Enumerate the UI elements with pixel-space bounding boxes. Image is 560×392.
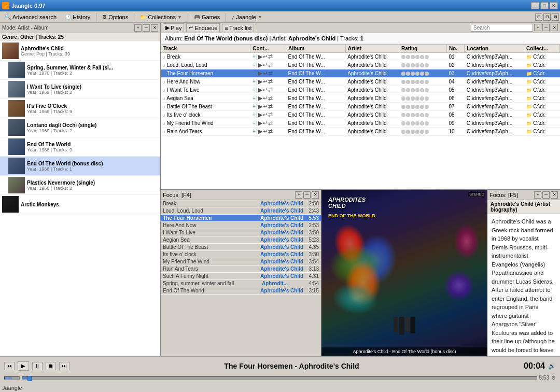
- list-item[interactable]: I Want To Live (single) Year: 1969 | Tra…: [0, 80, 160, 99]
- track-search[interactable]: [471, 24, 533, 32]
- list-item[interactable]: Rain And Tears Aphrodite's Child 3:13: [161, 265, 321, 273]
- enqueue-button[interactable]: ↵ Enqueue: [186, 23, 220, 32]
- track-panel-min[interactable]: ─: [542, 24, 550, 31]
- pause-button[interactable]: ⏸: [32, 362, 43, 370]
- list-item[interactable]: Arctic Monkeys: [0, 195, 160, 214]
- track-location: C:\drivef\mp3\Aph...: [465, 53, 524, 61]
- track-panel-close[interactable]: ✕: [551, 24, 558, 31]
- player-bar: ⏮ ▶ ⏸ ⏹ ⏭ The Four Horsemen - Aphrodite'…: [0, 356, 560, 383]
- menu-collections[interactable]: 📁 Collections ▼: [136, 12, 186, 22]
- list-item[interactable]: I Want To Live Aphrodite's Child 3:50: [161, 229, 321, 236]
- menu-jaangle[interactable]: ♪ Jaangle ▼: [228, 12, 265, 22]
- track-artist: Aphrodite's Child: [345, 111, 399, 119]
- track-panel-add[interactable]: +: [534, 24, 541, 31]
- table-row[interactable]: ♪ My Friend The Wind + | ▶ ↵ ⇄ End Of Th…: [161, 119, 560, 128]
- album-art-caption: Aphrodite's Child - End Of The World (bo…: [321, 347, 487, 356]
- track-album: End Of The W...: [286, 86, 346, 94]
- menu-history[interactable]: 🕐 History: [61, 12, 94, 22]
- volume-slider[interactable]: [4, 376, 20, 380]
- bio-panel-min[interactable]: ─: [542, 191, 550, 199]
- focus-track-name: End Of The World: [163, 288, 260, 293]
- list-item[interactable]: Here And Now Aphrodite's Child 2:53: [161, 222, 321, 229]
- next-button[interactable]: ⏭: [59, 362, 69, 370]
- list-item[interactable]: End Of The World Aphrodite's Child 3:15: [161, 287, 321, 295]
- list-item[interactable]: Aphrodite's Child Genre: Pop | Tracks: 3…: [0, 41, 160, 61]
- prev-button[interactable]: ⏮: [4, 362, 15, 370]
- progress-handle[interactable]: [27, 376, 32, 381]
- track-controls: + | ▶ ↵ ⇄: [250, 69, 286, 78]
- list-item[interactable]: Plastics Nevermore (single) Year: 1968 |…: [0, 176, 160, 195]
- close-button[interactable]: ✕: [550, 2, 558, 9]
- list-item[interactable]: Its five o' clock Aphrodite's Child 3:30: [161, 251, 321, 258]
- list-item[interactable]: End Of The World (bonus disc) Year: 1968…: [0, 157, 160, 176]
- play-button[interactable]: ▶ Track Play: [163, 23, 184, 32]
- maximize-button[interactable]: □: [540, 2, 549, 9]
- col-cont[interactable]: Cont...: [250, 45, 286, 53]
- bio-panel-add[interactable]: +: [534, 191, 541, 199]
- bio-panel-close[interactable]: ✕: [551, 191, 558, 199]
- jaangle-icon: ♪: [232, 14, 234, 20]
- col-location[interactable]: Location: [465, 45, 524, 53]
- track-rating: [399, 119, 447, 128]
- table-row[interactable]: ♪ The Four Horsemen + | ▶ ↵ ⇄ End Of The…: [161, 69, 560, 78]
- volume-icon[interactable]: 🔊: [548, 362, 556, 370]
- menu-options[interactable]: ⚙ Options: [99, 12, 132, 22]
- layout-btn-2[interactable]: ⊟: [543, 13, 551, 21]
- track-controls: + | ▶ ↵ ⇄: [250, 119, 286, 128]
- focus-track-name: Here And Now: [163, 222, 260, 228]
- list-item[interactable]: Genre: Other | Tracks: 25: [0, 33, 160, 41]
- list-item[interactable]: My Friend The Wind Aphrodite's Child 3:5…: [161, 258, 321, 265]
- table-row[interactable]: ♪ Here And Now + | ▶ ↵ ⇄ End Of The W...…: [161, 78, 560, 86]
- list-item[interactable]: It's Five O'Clock Year: 1969 | Tracks: 9: [0, 99, 160, 118]
- focus-left-add[interactable]: +: [295, 191, 302, 199]
- menu-advanced-search[interactable]: 🔍 Advanced search: [1, 12, 60, 22]
- left-panel-add[interactable]: +: [134, 24, 142, 32]
- table-row[interactable]: ♪ Aegian Sea + | ▶ ↵ ⇄ End Of The W... A…: [161, 94, 560, 103]
- menu-games[interactable]: 🎮 Games: [190, 12, 223, 22]
- col-rating[interactable]: Rating: [399, 45, 447, 53]
- table-row[interactable]: ♪ Break + | ▶ ↵ ⇄ End Of The W... Aphrod…: [161, 53, 560, 61]
- list-item[interactable]: Battle Of The Beast Aphrodite's Child 4:…: [161, 244, 321, 251]
- table-row[interactable]: ♪ Loud, Loud, Loud + | ▶ ↵ ⇄ End Of The …: [161, 61, 560, 69]
- track-collection: 📁 C:\dr.: [524, 128, 560, 136]
- track-rating: [399, 69, 447, 78]
- play-pause-button[interactable]: ▶: [18, 361, 29, 371]
- focus-left-label: Focus: [F4]: [163, 192, 191, 198]
- progress-bar[interactable]: [22, 376, 537, 380]
- col-artist[interactable]: Artist: [345, 45, 399, 53]
- track-rating: [399, 61, 447, 69]
- minimize-button[interactable]: ─: [531, 2, 539, 9]
- tracklist-button[interactable]: ≡ Track list: [222, 24, 254, 32]
- list-item[interactable]: Break Aphrodite's Child 2:58: [161, 200, 321, 207]
- list-item[interactable]: The Four Horsemen Aphrodite's Child 5:53: [161, 215, 321, 222]
- list-item[interactable]: Spring, Summer, Winter & Fall (si... Yea…: [0, 61, 160, 80]
- table-row[interactable]: ♪ Its five o' clock + | ▶ ↵ ⇄ End Of The…: [161, 111, 560, 119]
- left-panel-close[interactable]: ✕: [151, 24, 158, 32]
- list-item[interactable]: Lontano dagli Occhi (single) Year: 1969 …: [0, 118, 160, 137]
- list-item[interactable]: Aegian Sea Aphrodite's Child 5:23: [161, 236, 321, 244]
- track-location: C:\drivef\mp3\Aph...: [465, 61, 524, 69]
- col-album[interactable]: Album: [286, 45, 346, 53]
- col-track[interactable]: Track: [161, 45, 250, 53]
- table-row[interactable]: ♪ Rain And Tears + | ▶ ↵ ⇄ End Of The W.…: [161, 128, 560, 136]
- focus-left-min[interactable]: ─: [303, 191, 311, 199]
- stop-button[interactable]: ⏹: [46, 362, 56, 370]
- col-no[interactable]: No.: [446, 45, 464, 53]
- track-name: ♪ Battle Of The Beast: [161, 103, 250, 111]
- focus-left-toolbar: Focus: [F4] + ─ ✕: [161, 190, 321, 200]
- focus-left-close[interactable]: ✕: [312, 191, 319, 199]
- col-collect[interactable]: Collect...: [524, 45, 560, 53]
- track-collection: 📁 C:\dr.: [524, 94, 560, 103]
- left-panel-min[interactable]: ─: [143, 24, 150, 32]
- list-item[interactable]: Spring, summer, winter and fall Aphrodit…: [161, 280, 321, 287]
- list-item[interactable]: End Of The World Year: 1968 | Tracks: 9: [0, 137, 160, 157]
- layout-btn-1[interactable]: ⊞: [535, 13, 542, 21]
- track-name: ♪ My Friend The Wind: [161, 119, 250, 128]
- table-row[interactable]: ♪ Battle Of The Beast + | ▶ ↵ ⇄ End Of T…: [161, 103, 560, 111]
- layout-btn-3[interactable]: ⊠: [552, 13, 559, 21]
- table-row[interactable]: ♪ I Want To Live + | ▶ ↵ ⇄ End Of The W.…: [161, 86, 560, 94]
- progress-fill: [22, 377, 27, 379]
- list-item[interactable]: Loud, Loud, Loud Aphrodite's Child 2:43: [161, 207, 321, 215]
- track-number: 04: [446, 78, 464, 86]
- list-item[interactable]: Such A Funny Night Aphrodite's Child 4:3…: [161, 273, 321, 280]
